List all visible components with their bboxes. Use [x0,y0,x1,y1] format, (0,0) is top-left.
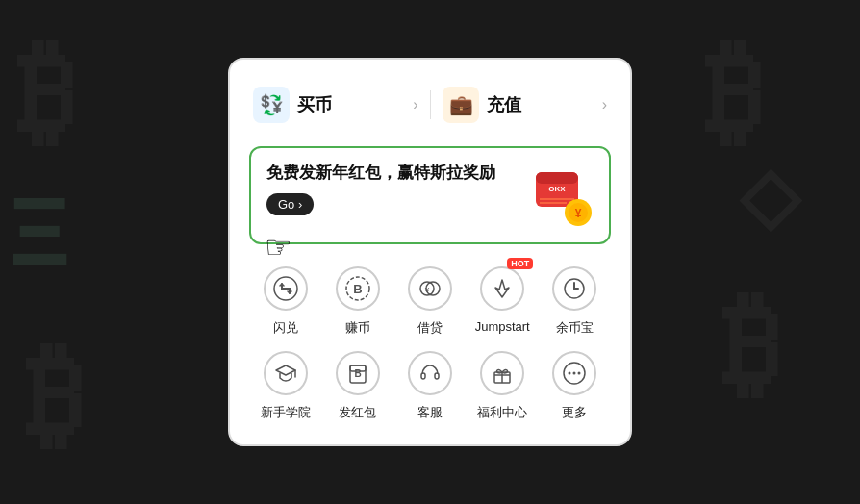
more-icon [552,351,596,395]
grid-item-support[interactable]: 客服 [393,348,466,421]
support-icon [408,351,452,395]
welfare-icon-wrap [477,348,527,398]
grid-item-more[interactable]: 更多 [539,348,611,421]
recharge-item[interactable]: 💼 充值 › [439,79,612,131]
redpacket-icon: B [336,351,380,395]
support-icon-wrap [405,348,455,398]
recharge-label: 充值 [487,93,521,116]
support-label: 客服 [417,404,443,421]
svg-text:B: B [353,282,362,296]
more-label: 更多 [562,404,587,421]
svg-text:B: B [354,368,361,379]
recharge-svg: 💼 [443,87,479,123]
grid-item-beginner[interactable]: 新手学院 [249,348,321,421]
buy-coin-arrow: › [413,96,417,113]
loan-icon: ¥ [408,266,452,311]
grid-item-flash-exchange[interactable]: 闪兑 [249,264,321,337]
top-divider [430,90,431,119]
banner-go-button[interactable]: Go › [266,193,314,215]
grid-item-jumpstart[interactable]: HOT Jumpstart [467,264,539,337]
loan-label: 借贷 [417,319,443,337]
loan-icon-wrap: ¥ [405,264,455,314]
recharge-icon: 💼 [443,87,479,123]
beginner-label: 新手学院 [261,404,311,421]
buy-coin-svg: 💱 [253,87,290,123]
earn-coin-label: 赚币 [345,319,370,337]
beginner-icon-wrap [261,348,311,398]
jumpstart-label: Jumpstart [475,319,530,334]
more-icon-wrap [549,348,599,398]
flash-exchange-label: 闪兑 [273,319,298,337]
redpacket-icon-wrap: B [333,348,383,398]
savings-icon [552,266,596,311]
grid-item-redpacket[interactable]: B 发红包 [321,348,393,421]
svg-point-33 [578,372,581,375]
cursor-icon: ☞ [265,229,292,265]
welfare-icon [480,351,524,395]
welfare-label: 福利中心 [477,404,527,421]
grid-item-earn-coin[interactable]: B 赚币 [321,264,393,337]
svg-rect-26 [435,373,439,379]
grid-item-savings[interactable]: 余币宝 [539,264,611,337]
svg-rect-5 [536,172,578,184]
banner-illustration: OKX ¥ [528,163,594,228]
promotion-banner[interactable]: 免费发新年红包，赢特斯拉奖励 Go › ☞ OKX ¥ [249,146,611,244]
svg-text:OKX: OKX [548,185,566,193]
svg-rect-25 [421,373,425,379]
svg-point-32 [573,372,576,375]
flash-exchange-icon-wrap [261,264,311,314]
recharge-arrow: › [602,96,607,113]
savings-icon-wrap [549,264,599,314]
earn-coin-icon-wrap: B [333,264,383,314]
svg-point-31 [569,372,571,375]
jumpstart-icon [480,266,524,311]
beginner-icon [264,351,308,395]
top-row: 💱 买币 › 💼 充值 › [249,79,611,131]
svg-text:💱: 💱 [260,93,284,116]
buy-coin-icon: 💱 [253,87,290,123]
svg-text:💼: 💼 [448,93,472,116]
grid-item-loan[interactable]: ¥ 借贷 [393,264,466,337]
buy-coin-label: 买币 [297,93,332,116]
buy-coin-item[interactable]: 💱 买币 › [249,79,422,131]
grid-item-welfare[interactable]: 福利中心 [467,348,539,421]
banner-content: 免费发新年红包，赢特斯拉奖励 Go › ☞ [266,162,526,215]
jumpstart-icon-wrap: HOT [477,264,527,314]
svg-text:¥: ¥ [575,207,582,220]
hot-badge: HOT [507,258,533,269]
feature-grid: 闪兑 B 赚币 ¥ [249,264,611,421]
main-card: 💱 买币 › 💼 充值 › 免费发新年红包，赢特斯拉奖励 Go › ☞ [228,58,632,446]
savings-label: 余币宝 [556,319,594,337]
banner-image: OKX ¥ [526,162,594,229]
banner-title: 免费发新年红包，赢特斯拉奖励 [266,162,526,184]
earn-coin-icon: B [336,266,380,311]
svg-text:¥: ¥ [424,286,430,294]
flash-exchange-icon [264,266,308,311]
redpacket-label: 发红包 [339,404,376,421]
